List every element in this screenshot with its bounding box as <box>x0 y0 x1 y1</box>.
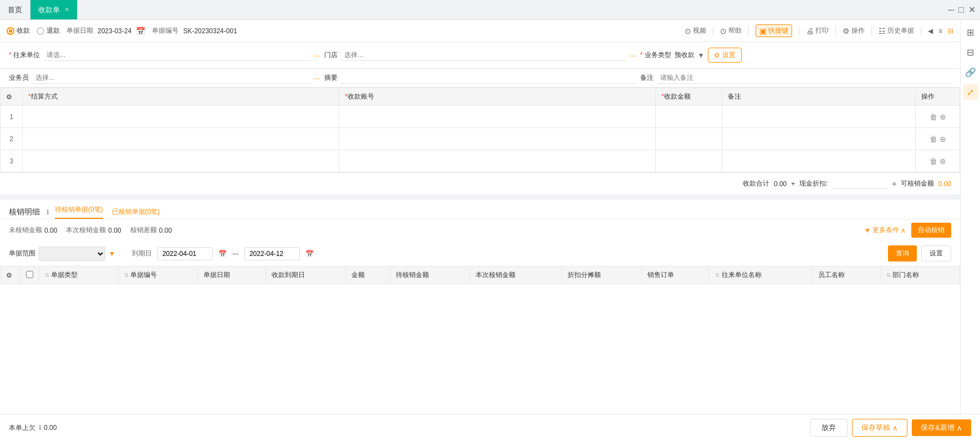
window-close-icon[interactable]: ✕ <box>968 4 976 15</box>
end-cal-icon[interactable]: 📅 <box>305 250 314 258</box>
account-cell-2[interactable] <box>339 128 656 150</box>
save-draft-dropdown-icon[interactable]: ∧ <box>892 424 898 432</box>
tab-home[interactable]: 首页 <box>0 0 30 19</box>
note-col: 备注 <box>722 88 916 106</box>
col-counterparty: ⇅ 往来单位名称 <box>710 266 813 284</box>
store-more-icon[interactable]: ··· <box>629 51 636 60</box>
start-cal-icon[interactable]: 📅 <box>218 250 227 258</box>
previous-help-icon[interactable]: ℹ <box>39 424 42 432</box>
salesperson-more-icon[interactable]: ··· <box>314 74 320 83</box>
delete-row-2-btn[interactable]: 🗑 <box>930 135 937 143</box>
settlement-cell-3[interactable] <box>23 150 339 172</box>
amount-cell-3[interactable] <box>656 150 722 172</box>
video-icon: ⊙ <box>685 27 691 35</box>
video-btn[interactable]: ⊙ 视频 <box>685 26 706 35</box>
sort-icon-type: ⇅ <box>45 272 49 278</box>
table-row: 1 🗑 ⊕ <box>1 106 960 128</box>
account-cell-3[interactable] <box>339 150 656 172</box>
counterparty-more-icon[interactable]: ··· <box>314 51 320 60</box>
tab-close-icon[interactable]: ✕ <box>64 6 69 13</box>
note-cell-3[interactable] <box>722 150 916 172</box>
unchecked-label: 未核销金额 <box>9 225 42 235</box>
save-new-btn[interactable]: 保存&新增 ∧ <box>912 419 971 436</box>
print-btn[interactable]: 🖨 打印 <box>806 26 829 35</box>
delete-row-3-btn[interactable]: 🗑 <box>930 157 937 166</box>
auto-verify-btn[interactable]: 自动核销 <box>911 223 951 238</box>
verify-settings-btn[interactable]: 设置 <box>921 245 951 261</box>
radio-receipt[interactable]: 收款 <box>7 26 30 35</box>
amount-cell-2[interactable] <box>656 128 722 150</box>
settings-button[interactable]: ⚙ 设置 <box>708 48 742 63</box>
col-dept: ⇅ 部门名称 <box>880 266 959 284</box>
col-sales-order: 销售订单 <box>641 266 710 284</box>
toolbar: 收款 退款 单据日期 2023-03-24 📅 单据编号 SK-20230324… <box>0 20 960 42</box>
save-new-dropdown-icon[interactable]: ∧ <box>957 424 962 432</box>
save-draft-btn[interactable]: 保存草稿 ∧ <box>852 419 907 437</box>
note-cell-1[interactable] <box>722 106 916 128</box>
verify-settings-col: ⚙ <box>1 266 21 284</box>
settlement-cell-2[interactable] <box>23 128 339 150</box>
window-max-icon[interactable]: □ <box>958 5 964 15</box>
summary-label: 摘要 <box>324 73 338 83</box>
verify-header: 核销明细 ℹ 待核销单据(0笔) 已核销单据(0笔) <box>0 199 960 219</box>
shortcut-btn[interactable]: ▣ 快捷键 <box>756 24 792 37</box>
tab-bar: 首页 收款单 ✕ ─ □ ✕ <box>0 0 980 20</box>
result-label: 可核销金额 <box>901 179 934 188</box>
counterparty-label: 往来单位 <box>9 50 40 60</box>
delete-row-1-btn[interactable]: 🗑 <box>930 112 937 121</box>
previous-value: 0.00 <box>44 424 57 432</box>
summary-input[interactable] <box>341 72 635 84</box>
verify-help-icon[interactable]: ℹ <box>47 208 49 216</box>
operation-btn[interactable]: ⚙ 操作 <box>843 26 865 35</box>
business-type-dropdown-icon[interactable]: ▼ <box>698 52 705 59</box>
date-label: 单据日期 <box>67 26 93 35</box>
due-date-label: 到期日 <box>132 249 152 258</box>
radio-refund[interactable]: 退款 <box>37 26 60 35</box>
nav-prev[interactable]: ◀ <box>928 27 933 35</box>
salesperson-input[interactable] <box>32 72 310 84</box>
store-input[interactable] <box>341 49 626 61</box>
filter-icon: ▼ <box>864 227 871 234</box>
sidebar-link-icon[interactable]: 🔗 <box>963 64 978 80</box>
history-btn[interactable]: ☷ 历史单据 <box>879 26 914 35</box>
discount-input[interactable] <box>833 178 888 189</box>
copy-row-1-btn[interactable]: ⊕ <box>940 112 946 121</box>
tab-pending[interactable]: 待核销单据(0笔) <box>55 205 103 219</box>
date-value: 2023-03-24 <box>98 27 131 35</box>
verify-gear-icon[interactable]: ⚙ <box>6 271 12 279</box>
radio-receipt-label: 收款 <box>17 26 30 35</box>
divider6 <box>921 27 921 35</box>
verify-section: 核销明细 ℹ 待核销单据(0笔) 已核销单据(0笔) 未核销金额 0.00 本次… <box>0 199 960 441</box>
divider1 <box>713 27 713 35</box>
query-btn[interactable]: 查询 <box>888 245 917 261</box>
counterparty-input[interactable] <box>43 49 310 61</box>
more-filter-btn[interactable]: ▼ 更多条件 ∧ <box>864 225 906 235</box>
sidebar-table-icon[interactable]: ⊞ <box>963 24 978 40</box>
settlement-cell-1[interactable] <box>23 106 339 128</box>
start-date-input[interactable] <box>157 247 213 260</box>
tab-verified[interactable]: 已核销单据(0笔) <box>112 207 160 217</box>
calendar-icon[interactable]: 📅 <box>136 27 145 35</box>
help-btn[interactable]: ⊙ 帮助 <box>720 26 742 35</box>
copy-row-3-btn[interactable]: ⊕ <box>940 157 946 166</box>
verify-table: ⚙ ⇅ 单据类型 ⇅ 单据编号 单据日期 <box>0 266 960 284</box>
tab-receipt[interactable]: 收款单 ✕ <box>30 0 78 19</box>
sidebar-expand-icon[interactable]: ⤢ <box>963 84 978 100</box>
abandon-btn[interactable]: 放弃 <box>810 419 848 437</box>
sidebar-list-icon[interactable]: ⊟ <box>963 44 978 60</box>
end-date-input[interactable] <box>244 247 300 260</box>
col-amount: 金额 <box>345 266 390 284</box>
layout-icon2[interactable]: ⊟ <box>948 27 953 35</box>
note-input[interactable] <box>657 72 951 84</box>
layout-icon1[interactable]: ≡ <box>938 27 942 35</box>
table-settings-icon[interactable]: ⚙ <box>6 93 12 101</box>
account-cell-1[interactable] <box>339 106 656 128</box>
amount-cell-1[interactable] <box>656 106 722 128</box>
select-all-checkbox[interactable] <box>26 271 33 278</box>
note-cell-2[interactable] <box>722 128 916 150</box>
equals-sign: = <box>892 180 896 188</box>
window-min-icon[interactable]: ─ <box>948 5 954 15</box>
copy-row-2-btn[interactable]: ⊕ <box>940 135 946 143</box>
shortcut-label: 快捷键 <box>768 26 788 35</box>
date-range-select[interactable] <box>39 247 105 261</box>
